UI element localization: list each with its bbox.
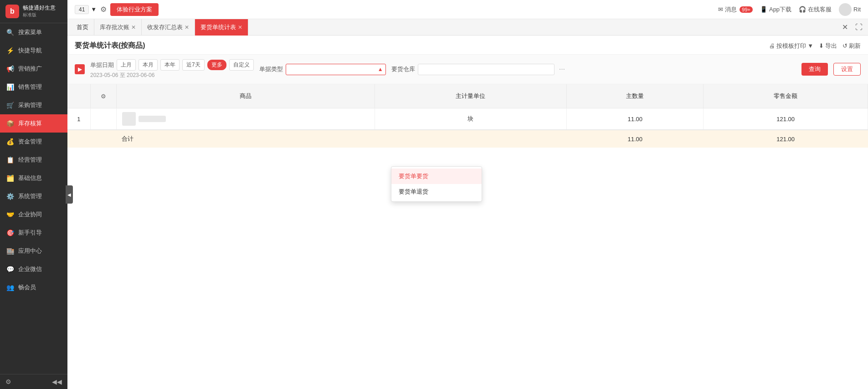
type-dropdown-chevron[interactable]: ▲	[378, 66, 383, 72]
quicknav-icon: ⚡	[5, 46, 15, 55]
close-all-tabs-button[interactable]: ✕	[840, 21, 850, 33]
sidebar-item-operations[interactable]: 📋 经营管理	[0, 151, 67, 169]
user-avatar-button[interactable]: Rit	[839, 3, 861, 16]
sidebar-footer: ⚙ ◀◀	[0, 374, 67, 389]
service-icon: 🎧	[799, 6, 806, 13]
dropdown-item-order[interactable]: 要货单要货	[391, 169, 482, 184]
sidebar-item-basic[interactable]: 🗂️ 基础信息	[0, 169, 67, 187]
print-icon: 🖨	[769, 42, 775, 49]
inventory-icon: 📦	[5, 119, 15, 128]
sidebar-item-search[interactable]: 🔍 搜索菜单	[0, 23, 67, 41]
store-badge: 41	[75, 5, 89, 14]
app-download-label: App下载	[769, 5, 791, 14]
app-download-button[interactable]: 📱 App下载	[760, 5, 791, 14]
page-area: 要货单统计表(按商品) 🖨 按模板打印 ▼ ⬇ 导出 ↺ 刷新	[67, 36, 868, 389]
tab-request-stat[interactable]: 要货单统计表 ✕	[195, 19, 248, 36]
filter-expand-btn[interactable]: ▶	[75, 64, 85, 74]
close-tab-request-stat[interactable]: ✕	[238, 24, 242, 31]
filter-more-dates[interactable]: 更多	[207, 60, 226, 70]
settings-button[interactable]: 设置	[833, 63, 861, 76]
type-filter-section: 单据类型 ▲	[259, 64, 386, 75]
wechat-icon: 💬	[5, 265, 15, 274]
expand-icon[interactable]: ▶	[75, 64, 85, 74]
sidebar-item-system[interactable]: ⚙️ 系统管理	[0, 187, 67, 205]
tab-home[interactable]: 首页	[71, 19, 94, 36]
sidebar-item-label: 销售管理	[18, 83, 42, 91]
refresh-button[interactable]: ↺ 刷新	[842, 42, 861, 50]
message-badge: 99+	[740, 6, 753, 13]
date-filter-group: 单据日期 上月 本月 本年 近7天 更多 自定义	[90, 59, 254, 71]
sidebar: b 畅捷通好生意 标准版 🔍 搜索菜单 ⚡ 快捷导航 📢 营销推广 📊 销售管理…	[0, 0, 67, 389]
settings-footer-icon[interactable]: ⚙	[5, 378, 11, 385]
cell-seq: 1	[67, 108, 90, 130]
filter-this-month[interactable]: 本月	[139, 59, 158, 71]
message-icon: ✉	[718, 6, 723, 13]
member-icon: 👥	[5, 283, 15, 292]
tab-recv-summary[interactable]: 收发存汇总表 ✕	[142, 19, 195, 36]
trial-button[interactable]: 体验行业方案	[110, 3, 159, 16]
warehouse-filter-input[interactable]	[418, 64, 555, 75]
service-label: 在线客服	[808, 5, 832, 14]
store-selector[interactable]: 41 ▼	[75, 5, 97, 14]
product-image	[122, 112, 136, 126]
footer-empty2	[90, 130, 116, 148]
sidebar-collapse-button[interactable]: ◀	[66, 185, 73, 204]
filter-more-icon[interactable]: ···	[557, 65, 567, 73]
sidebar-item-label: 企业协同	[18, 210, 42, 219]
col-settings[interactable]: ⚙	[90, 84, 116, 108]
sidebar-item-inventory[interactable]: 📦 库存核算	[0, 114, 67, 133]
store-dropdown-icon: ▼	[91, 6, 97, 13]
operations-icon: 📋	[5, 155, 15, 164]
warehouse-filter-label: 要货仓库	[391, 65, 415, 73]
refresh-icon: ↺	[842, 42, 847, 49]
filter-last-7days[interactable]: 近7天	[182, 59, 205, 71]
sidebar-item-sales[interactable]: 📊 销售管理	[0, 78, 67, 96]
menu-toggle-icon[interactable]: ◀◀	[52, 378, 62, 385]
online-service-button[interactable]: 🎧 在线客服	[799, 5, 832, 14]
tab-inventory-batch[interactable]: 库存批次账 ✕	[94, 19, 142, 36]
sidebar-item-finance[interactable]: 💰 资金管理	[0, 133, 67, 151]
filter-this-year[interactable]: 本年	[160, 59, 180, 71]
page-title: 要货单统计表(按商品)	[75, 41, 145, 51]
sidebar-item-marketing[interactable]: 📢 营销推广	[0, 60, 67, 78]
search-icon: 🔍	[5, 28, 15, 37]
topbar-settings-icon[interactable]: ⚙	[100, 5, 107, 14]
date-filter-section: 单据日期 上月 本月 本年 近7天 更多 自定义 2023-05-06 至 20…	[90, 59, 254, 79]
maximize-button[interactable]: ⛶	[853, 21, 864, 33]
table-footer-row: 合计 11.00 121.00	[67, 130, 868, 148]
col-seq	[67, 84, 90, 108]
print-label: 按模板打印	[776, 42, 806, 50]
export-icon: ⬇	[819, 42, 824, 49]
col-qty: 主数量	[567, 84, 704, 108]
close-tab-recv-summary[interactable]: ✕	[185, 24, 189, 31]
app-sub: 标准版	[23, 12, 56, 18]
sidebar-item-quicknav[interactable]: ⚡ 快捷导航	[0, 41, 67, 60]
sidebar-item-guide[interactable]: 🎯 新手引导	[0, 224, 67, 242]
query-button[interactable]: 查询	[801, 63, 828, 76]
dropdown-item-return[interactable]: 要货单退货	[391, 184, 482, 200]
type-filter-input[interactable]	[286, 64, 386, 75]
sidebar-item-appstore[interactable]: 🏬 应用中心	[0, 242, 67, 260]
purchase-icon: 🛒	[5, 101, 15, 110]
col-product: 商品	[116, 84, 375, 108]
sidebar-item-purchase[interactable]: 🛒 采购管理	[0, 96, 67, 114]
enterprise-icon: 🤝	[5, 210, 15, 219]
export-button[interactable]: ⬇ 导出	[819, 42, 837, 50]
tab-recv-summary-label: 收发存汇总表	[147, 23, 183, 31]
main-content: 41 ▼ ⚙ 体验行业方案 ✉ 消息 99+ 📱 App下载 🎧 在线客服 R	[67, 0, 868, 389]
product-name-placeholder	[139, 116, 166, 122]
message-button[interactable]: ✉ 消息 99+	[718, 5, 753, 14]
message-label: 消息	[725, 5, 737, 14]
filter-last-month[interactable]: 上月	[117, 59, 136, 71]
page-actions: 🖨 按模板打印 ▼ ⬇ 导出 ↺ 刷新	[769, 42, 861, 50]
sidebar-item-enterprise[interactable]: 🤝 企业协同	[0, 205, 67, 224]
tab-home-label: 首页	[77, 23, 88, 31]
sidebar-item-wechat[interactable]: 💬 企业微信	[0, 260, 67, 278]
sidebar-item-label: 营销推广	[18, 65, 42, 73]
filter-custom-date[interactable]: 自定义	[229, 59, 254, 71]
sidebar-item-member[interactable]: 👥 畅会员	[0, 278, 67, 297]
close-tab-inventory-batch[interactable]: ✕	[131, 24, 136, 31]
column-settings-icon[interactable]: ⚙	[96, 89, 111, 103]
print-button[interactable]: 🖨 按模板打印 ▼	[769, 42, 813, 50]
table-row: 1 块 11.00 121.00	[67, 108, 868, 130]
